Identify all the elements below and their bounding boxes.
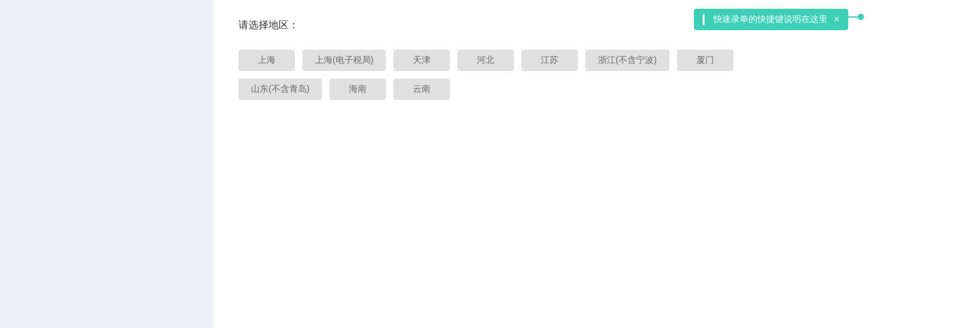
region-button-yunnan[interactable]: 云南 xyxy=(393,79,450,100)
region-button-jiangsu[interactable]: 江苏 xyxy=(521,50,578,71)
region-button-shanghai[interactable]: 上海 xyxy=(238,50,295,71)
region-row-1: 上海上海(电子税局)天津河北江苏浙江(不含宁波)厦门 xyxy=(238,50,955,71)
region-button-shandong[interactable]: 山东(不含青岛) xyxy=(238,79,322,100)
tooltip-close-button[interactable]: × xyxy=(834,14,839,25)
region-button-xiamen[interactable]: 厦门 xyxy=(677,50,733,71)
region-row-2: 山东(不含青岛)海南云南 xyxy=(238,79,955,100)
tooltip-text: 快速录单的快捷键说明在这里 xyxy=(713,14,828,25)
region-button-tianjin[interactable]: 天津 xyxy=(393,50,450,71)
region-button-zhejiang[interactable]: 浙江(不含宁波) xyxy=(585,50,669,71)
tooltip-banner: 快速录单的快捷键说明在这里 × xyxy=(694,9,848,30)
tooltip-connector-dot xyxy=(858,14,864,20)
region-button-shanghai-etax[interactable]: 上海(电子税局) xyxy=(302,50,386,71)
region-button-hebei[interactable]: 河北 xyxy=(457,50,514,71)
sidebar xyxy=(0,0,213,328)
main-content: 请选择地区： 上海上海(电子税局)天津河北江苏浙江(不含宁波)厦门 山东(不含青… xyxy=(213,0,980,328)
region-button-hainan[interactable]: 海南 xyxy=(329,79,386,100)
